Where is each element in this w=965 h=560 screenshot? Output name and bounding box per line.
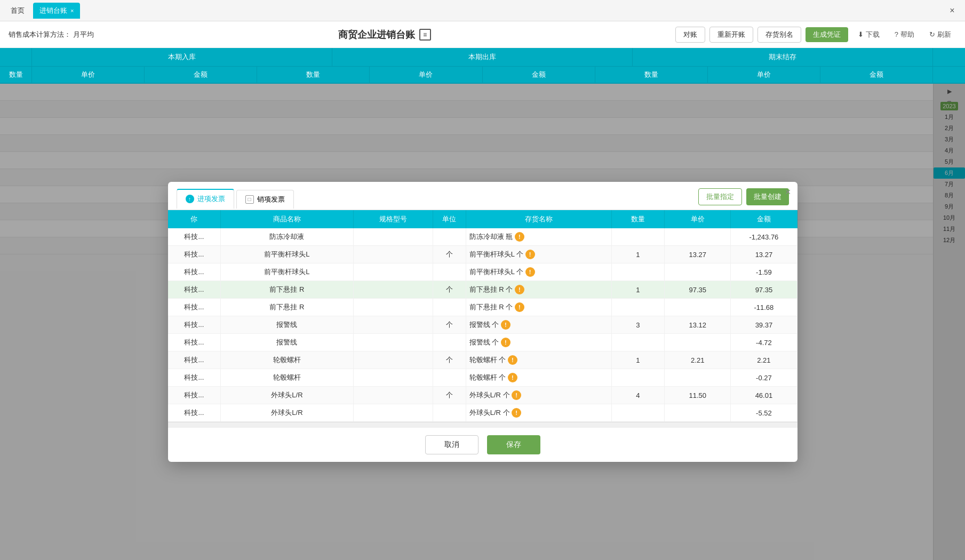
cell-unit-price (665, 228, 731, 246)
page-title-text: 商贸企业进销台账 (338, 28, 415, 41)
dialog: ↑ 进项发票 □ 销项发票 批量指定 批量创建 × (168, 182, 797, 462)
col-inventory: 存货名称 (466, 210, 611, 228)
batch-create-button[interactable]: 批量创建 (746, 188, 789, 205)
inventory-text: 前下悬挂 R 个 (469, 285, 513, 293)
table-row: 科技...轮毂螺杆轮毂螺杆 个 !-0.27 (168, 369, 797, 387)
page-title: 商贸企业进销台账 ≡ (94, 28, 675, 41)
cell-product-name: 轮毂螺杆 (221, 351, 353, 369)
help-button[interactable]: ? 帮助 (889, 27, 920, 42)
group-inbound: 本期入库 (32, 48, 332, 66)
cell-quantity: 1 (611, 351, 664, 369)
cell-inventory: 外球头L/R 个 ! (466, 387, 611, 404)
cell-unit (433, 334, 466, 351)
invoice-out-icon: □ (245, 195, 254, 204)
inventory-text: 轮毂螺杆 个 (469, 356, 506, 364)
cell-amount: 39.37 (731, 316, 797, 334)
reopen-button[interactable]: 重新开账 (709, 27, 753, 43)
dialog-header-actions: 批量指定 批量创建 (698, 188, 789, 210)
tab-invoice-out[interactable]: □ 销项发票 (236, 190, 294, 209)
tab-invoice-in[interactable]: ↑ 进项发票 (177, 189, 234, 209)
cell-inventory: 报警线 个 ! (466, 316, 611, 334)
table-row: 科技...报警线个报警线 个 !313.1239.37 (168, 316, 797, 334)
cell-id: 科技... (168, 316, 221, 334)
cell-id: 科技... (168, 228, 221, 246)
download-button[interactable]: ⬇ 下载 (852, 27, 885, 42)
cell-inventory: 轮毂螺杆 个 ! (466, 351, 611, 369)
group-right-space (933, 48, 965, 66)
dialog-header: ↑ 进项发票 □ 销项发票 批量指定 批量创建 × (168, 182, 797, 210)
cell-spec (353, 281, 433, 299)
inventory-text: 前平衡杆球头L 个 (469, 250, 523, 258)
table-group-header: 本期入库 本期出库 期末结存 (0, 48, 965, 67)
table-row: 科技...轮毂螺杆个轮毂螺杆 个 !12.212.21 (168, 351, 797, 369)
cell-spec (353, 387, 433, 404)
cell-quantity: 4 (611, 387, 664, 404)
refresh-button[interactable]: ↻ 刷新 (924, 27, 956, 42)
cancel-button[interactable]: 取消 (425, 435, 478, 454)
table-row: 科技...外球头L/R外球头L/R 个 !-5.52 (168, 404, 797, 422)
dialog-close-button[interactable]: × (785, 187, 791, 197)
home-tab[interactable]: 首页 (4, 3, 31, 19)
cell-inventory: 前下悬挂 R 个 ! (466, 281, 611, 299)
reconcile-button[interactable]: 对账 (675, 27, 705, 43)
table-sub-header: 数量 单价 金额 数量 单价 金额 数量 单价 金额 (0, 67, 965, 84)
cell-amount: 46.01 (731, 387, 797, 404)
cell-unit (433, 299, 466, 316)
cell-amount: -4.72 (731, 334, 797, 351)
generate-voucher-button[interactable]: 生成凭证 (806, 27, 848, 42)
inventory-text: 报警线 个 (469, 321, 499, 329)
cell-product-name: 外球头L/R (221, 387, 353, 404)
col-unit: 单位 (433, 210, 466, 228)
cell-product-name: 报警线 (221, 334, 353, 351)
cell-unit (433, 369, 466, 387)
cell-unit-price (665, 404, 731, 422)
inventory-text: 外球头L/R 个 (469, 409, 510, 417)
inventory-text: 防冻冷却液 瓶 (469, 233, 513, 241)
download-icon: ⬇ (858, 30, 864, 38)
inventory-text: 前平衡杆球头L 个 (469, 268, 523, 276)
tab-close-icon[interactable]: × (70, 7, 74, 14)
cell-amount: 2.21 (731, 351, 797, 369)
warning-icon: ! (508, 355, 517, 365)
cell-inventory: 前下悬挂 R 个 ! (466, 299, 611, 316)
active-tab[interactable]: 进销台账 × (33, 3, 80, 19)
sub-amount-2: 金额 (483, 67, 595, 83)
cell-unit: 个 (433, 281, 466, 299)
cell-quantity (611, 228, 664, 246)
group-empty (0, 48, 32, 66)
cell-spec (353, 351, 433, 369)
cell-unit (433, 228, 466, 246)
inventory-text: 报警线 个 (469, 338, 499, 346)
cell-amount: -1.59 (731, 263, 797, 281)
cell-id: 科技... (168, 334, 221, 351)
scrollbar-hint[interactable] (168, 422, 797, 427)
col-amount: 金额 (731, 210, 797, 228)
app-close-button[interactable]: × (944, 2, 961, 19)
sub-qty-label: 数量 (0, 67, 32, 83)
help-icon: ? (895, 30, 898, 38)
sub-unit-price-2: 单价 (370, 67, 482, 83)
col-quantity: 数量 (611, 210, 664, 228)
cell-id: 科技... (168, 281, 221, 299)
cell-unit-price: 13.12 (665, 316, 731, 334)
dialog-table[interactable]: 你 商品名称 规格型号 单位 存货名称 数量 单价 金额 科技...防 (168, 210, 797, 422)
cell-unit-price (665, 263, 731, 281)
cell-product-name: 前下悬挂 R (221, 299, 353, 316)
cell-spec (353, 369, 433, 387)
tab-label: 进销台账 (39, 6, 67, 15)
table-row: 科技...前平衡杆球头L前平衡杆球头L 个 !-1.59 (168, 263, 797, 281)
cell-quantity (611, 263, 664, 281)
inventory-rename-button[interactable]: 存货别名 (757, 27, 801, 43)
warning-icon: ! (525, 250, 535, 259)
cell-inventory: 报警线 个 ! (466, 334, 611, 351)
cell-product-name: 前平衡杆球头L (221, 246, 353, 263)
group-end-stock: 期末结存 (633, 48, 933, 66)
warning-icon: ! (508, 373, 517, 382)
batch-assign-button[interactable]: 批量指定 (698, 188, 742, 205)
cell-unit-price: 2.21 (665, 351, 731, 369)
cell-spec (353, 334, 433, 351)
refresh-icon: ↻ (929, 30, 935, 38)
main-content: 销售成本计算方法： 月平均 商贸企业进销台账 ≡ 对账 重新开账 存货别名 生成… (0, 21, 965, 560)
save-button[interactable]: 保存 (487, 435, 540, 454)
cell-product-name: 前平衡杆球头L (221, 263, 353, 281)
